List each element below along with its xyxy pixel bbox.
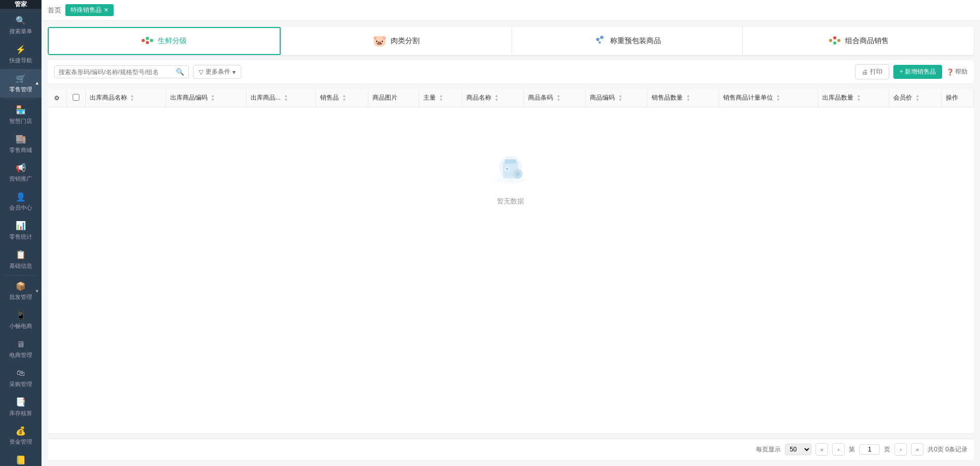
cat-tab-combo[interactable]: 组合商品销售 [743,27,974,55]
filter-icon: ▽ [199,68,203,76]
sidebar-item-quicknav-label: 快捷导航 [9,57,32,64]
sidebar-item-retail[interactable]: 🛒 零售管理 ▲ [0,69,42,98]
table-wrapper[interactable]: ⚙ 出库商品名称 ▲▼ 出库商品编码 ▲▼ [48,89,974,433]
sort-sale-qty[interactable]: ▲▼ [686,94,691,102]
sidebar: 管家 🔍 搜索菜单 ⚡ 快捷导航 🛒 零售管理 ▲ 🏪 智慧门店 🏬 零售商城 … [0,0,42,466]
sort-sale-item[interactable]: ▲▼ [342,94,346,102]
sort-out-code[interactable]: ▲▼ [211,94,215,102]
cat-tab-fresh[interactable]: 生鲜分级 [48,27,281,55]
table-empty-row: 暂无数据 [48,107,974,248]
sidebar-item-finance[interactable]: 💰 资金管理 [0,421,42,450]
th-item-code[interactable]: 商品编码 ▲▼ [586,89,647,107]
sidebar-item-sales[interactable]: 📢 营销推广 [0,158,42,187]
sort-main[interactable]: ▲▼ [439,94,443,102]
combo-tab-icon [829,35,841,47]
sidebar-item-wholesale-label: 批发管理 [9,293,32,301]
th-out-qty-label: 出库品数量 [822,94,853,101]
retail-icon: 🛒 [16,73,26,85]
search-input[interactable] [59,68,174,76]
table-body: 暂无数据 [48,107,974,248]
sort-barcode[interactable]: ▲▼ [557,94,561,102]
th-setting[interactable]: ⚙ [48,89,66,107]
main-area: 首页 特殊销售品 ✕ 生鲜分级 🐷 [42,0,980,466]
setting-icon[interactable]: ⚙ [54,94,60,102]
sort-item-name[interactable]: ▲▼ [494,94,499,102]
sidebar-item-miniapp[interactable]: 📱 小畅电商 [0,306,42,335]
th-out-spec-label: 出库商品... [251,94,281,101]
empty-text: 暂无数据 [497,197,524,206]
cat-tab-meat[interactable]: 🐷 肉类分割 [281,27,512,55]
th-image-label: 商品图片 [372,94,397,101]
sidebar-item-retailstat[interactable]: 📊 零售统计 [0,216,42,245]
sidebar-item-quicknav[interactable]: ⚡ 快捷导航 [0,40,42,69]
quicknav-icon: ⚡ [16,44,26,56]
tab-close-icon[interactable]: ✕ [104,7,108,13]
prev-page-button[interactable]: ‹ [832,443,845,456]
retailmall-icon: 🏬 [16,133,26,145]
data-table: ⚙ 出库商品名称 ▲▼ 出库商品编码 ▲▼ [48,89,974,248]
svg-point-1 [146,37,149,40]
breadcrumb-home[interactable]: 首页 [48,6,61,15]
th-out-code[interactable]: 出库商品编码 ▲▼ [165,89,246,107]
select-all-checkbox[interactable] [73,94,79,101]
th-sale-qty[interactable]: 销售品数量 ▲▼ [647,89,719,107]
new-button[interactable]: + 新增销售品 [893,65,942,79]
sort-item-code[interactable]: ▲▼ [618,94,623,102]
th-main[interactable]: 主量 ▲▼ [419,89,462,107]
svg-point-9 [829,39,832,42]
th-checkbox[interactable] [66,89,85,107]
print-label: 打印 [870,67,882,76]
divider-2 [4,275,37,276]
wholesale-expand-icon: ▼ [35,288,39,295]
print-button[interactable]: 🖨 打印 [855,64,889,79]
inventory-icon: 📑 [16,396,26,408]
next-page-button[interactable]: › [894,443,907,456]
sidebar-item-member[interactable]: 👤 会员中心 [0,187,42,216]
wholesale-icon: 📦 [16,281,26,292]
sort-sale-unit[interactable]: ▲▼ [776,94,780,102]
sort-out-name[interactable]: ▲▼ [130,94,134,102]
meat-tab-icon: 🐷 [372,34,387,48]
active-tab[interactable]: 特殊销售品 ✕ [65,4,114,16]
sidebar-item-wholesale[interactable]: 📦 批发管理 ▼ [0,277,42,306]
page-label-end: 页 [884,445,890,454]
first-page-button[interactable]: « [816,443,828,456]
cat-tab-weight[interactable]: 称重预包装商品 [512,27,743,55]
th-main-label: 主量 [423,94,436,101]
th-item-name[interactable]: 商品名称 ▲▼ [462,89,524,107]
sidebar-item-search[interactable]: 🔍 搜索菜单 [0,11,42,40]
sidebar-item-ledger[interactable]: 📒 总账管理 [0,450,42,466]
sidebar-item-smartstore[interactable]: 🏪 智慧门店 [0,100,42,129]
first-page-icon: « [820,446,823,453]
sidebar-item-purchase[interactable]: 🛍 采购管理 [0,363,42,392]
sidebar-item-retailmall[interactable]: 🏬 零售商城 [0,129,42,158]
ledger-icon: 📒 [16,455,26,466]
search-icon[interactable]: 🔍 [176,68,184,76]
page-size-select[interactable]: 50 10 20 100 [785,444,811,455]
th-out-qty[interactable]: 出库品数量 ▲▼ [818,89,889,107]
sort-out-spec[interactable]: ▲▼ [284,94,288,102]
th-sale-item[interactable]: 销售品 ▲▼ [316,89,368,107]
last-page-button[interactable]: » [911,443,923,456]
sort-out-qty[interactable]: ▲▼ [857,94,861,102]
purchase-icon: 🛍 [17,367,25,379]
th-member-price[interactable]: 会员价 ▲▼ [889,89,942,107]
page-number-input[interactable] [859,444,880,455]
sidebar-item-ecommerce[interactable]: 🖥 电商管理 [0,335,42,364]
prev-page-icon: ‹ [837,446,839,453]
sidebar-item-inventory[interactable]: 📑 库存核算 [0,392,42,421]
member-icon: 👤 [16,191,26,203]
sidebar-item-baseinfo[interactable]: 📋 基础信息 [0,245,42,274]
th-barcode[interactable]: 商品条码 ▲▼ [524,89,586,107]
th-sale-unit[interactable]: 销售商品计量单位 ▲▼ [719,89,818,107]
filter-button[interactable]: ▽ 更多条件 ▾ [193,65,241,79]
svg-point-3 [150,39,153,42]
help-label: 帮助 [955,67,968,76]
th-out-name-label: 出库商品名称 [90,94,127,101]
baseinfo-icon: 📋 [16,249,26,261]
sort-member-price[interactable]: ▲▼ [915,94,919,102]
search-box[interactable]: 🔍 [54,65,189,78]
help-button[interactable]: ❓ 帮助 [946,67,968,76]
th-out-name[interactable]: 出库商品名称 ▲▼ [85,89,165,107]
th-out-spec[interactable]: 出库商品... ▲▼ [246,89,315,107]
